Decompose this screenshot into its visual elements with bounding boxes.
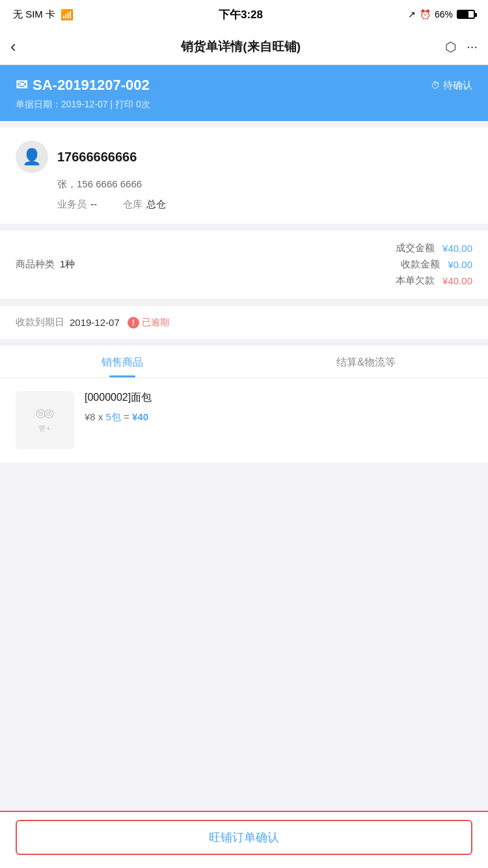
warehouse-detail: 仓库 总仓 <box>123 198 166 211</box>
status-bar-right: ↗ ⏰ 66% <box>408 9 475 20</box>
nav-actions: ⬡ ··· <box>445 39 478 55</box>
owl-logo-svg <box>29 407 61 422</box>
customer-row: 👤 17666666666 <box>16 141 472 173</box>
confirm-btn-container: 旺铺订单确认 <box>0 811 488 868</box>
order-separator: | <box>108 99 115 109</box>
order-envelope-icon: ✉ <box>16 77 27 94</box>
bottom-area <box>0 463 488 593</box>
order-status: 待确认 <box>443 79 472 92</box>
customer-details: 业务员 -- 仓库 总仓 <box>57 198 472 211</box>
svg-point-5 <box>48 413 50 415</box>
owed-amount-label: 本单欠款 <box>396 275 435 287</box>
warehouse-value: 总仓 <box>146 198 166 211</box>
product-name: [0000002]面包 <box>85 391 472 405</box>
tabs-section: 销售商品 结算&物流等 <box>0 346 488 378</box>
svg-line-7 <box>38 411 40 412</box>
received-amount-label: 收款金额 <box>401 258 440 271</box>
product-section: 管+ [0000002]面包 ¥8 x 5包 = ¥40 <box>0 378 488 463</box>
order-id: ✉ SA-20191207-002 <box>16 77 150 94</box>
product-price: ¥8 x <box>85 411 106 422</box>
share-button[interactable]: ⬡ <box>445 39 456 55</box>
more-button[interactable]: ··· <box>467 39 478 54</box>
amounts-right: 成交金额 ¥40.00 收款金额 ¥0.00 本单欠款 ¥40.00 <box>396 242 472 287</box>
due-date-value: 2019-12-07 <box>70 317 120 328</box>
alarm-icon: ⏰ <box>420 9 431 20</box>
deal-amount-value: ¥40.00 <box>442 243 472 254</box>
warehouse-label: 仓库 <box>123 198 142 211</box>
salesperson-detail: 业务员 -- <box>57 198 97 211</box>
clock-icon: ⏱ <box>431 80 440 90</box>
tabs-header: 销售商品 结算&物流等 <box>0 346 488 378</box>
status-badge: ⏱ 待确认 <box>431 79 472 92</box>
product-total: ¥40 <box>132 411 148 422</box>
salesperson-label: 业务员 <box>57 198 87 211</box>
amounts-section: 商品种类 1种 成交金额 ¥40.00 收款金额 ¥0.00 本单欠款 ¥40.… <box>0 230 488 299</box>
product-types-label: 商品种类 <box>16 258 55 271</box>
order-header: ✉ SA-20191207-002 ⏱ 待确认 单据日期：2019-12-07 … <box>0 65 488 121</box>
customer-name: 张，156 6666 6666 <box>57 178 472 191</box>
battery-icon <box>457 10 475 19</box>
order-date: 2019-12-07 <box>61 99 108 109</box>
confirm-order-button[interactable]: 旺铺订单确认 <box>16 820 472 855</box>
product-types: 商品种类 1种 <box>16 242 383 287</box>
svg-point-4 <box>40 413 42 415</box>
status-bar: 无 SIM 卡 📶 下午3:28 ↗ ⏰ 66% <box>0 0 488 29</box>
order-print-label: 打印 <box>115 99 133 109</box>
order-print-suffix: 次 <box>141 99 150 109</box>
product-item: 管+ [0000002]面包 ¥8 x 5包 = ¥40 <box>16 391 472 450</box>
avatar: 👤 <box>16 141 48 173</box>
back-button[interactable]: ‹ <box>10 36 36 57</box>
amount-row-deal: 成交金额 ¥40.00 <box>396 242 472 254</box>
deal-amount-label: 成交金额 <box>396 242 435 254</box>
battery-percent: 66% <box>435 9 453 20</box>
avatar-icon: 👤 <box>22 148 42 166</box>
customer-section: 👤 17666666666 张，156 6666 6666 业务员 -- 仓库 … <box>0 128 488 224</box>
order-date-label: 单据日期： <box>16 99 61 109</box>
location-icon: ↗ <box>408 9 416 20</box>
nav-bar: ‹ 销货单详情(来自旺铺) ⬡ ··· <box>0 29 488 65</box>
product-calc: ¥8 x 5包 = ¥40 <box>85 411 472 424</box>
salesperson-value: -- <box>90 198 97 211</box>
logo-text-label: 管+ <box>38 424 51 433</box>
customer-phone: 17666666666 <box>57 150 137 165</box>
owed-amount-value: ¥40.00 <box>442 275 472 286</box>
warning-icon: ! <box>128 317 139 329</box>
tab-settlement[interactable]: 结算&物流等 <box>244 346 488 377</box>
product-qty: 5包 <box>106 411 121 422</box>
order-meta: 单据日期：2019-12-07 | 打印 0次 <box>16 99 472 111</box>
product-thumbnail: 管+ <box>16 391 74 450</box>
status-bar-time: 下午3:28 <box>219 7 263 22</box>
order-header-top: ✉ SA-20191207-002 ⏱ 待确认 <box>16 77 472 94</box>
amount-row-received: 收款金额 ¥0.00 <box>401 258 472 271</box>
overdue-text: 已逾期 <box>142 317 169 329</box>
due-date-section: 收款到期日 2019-12-07 ! 已逾期 <box>0 305 488 339</box>
status-bar-left: 无 SIM 卡 📶 <box>13 8 74 21</box>
product-types-value: 1种 <box>60 258 75 271</box>
product-logo: 管+ <box>25 407 64 433</box>
order-print-count: 0 <box>136 99 141 109</box>
amount-row-owed: 本单欠款 ¥40.00 <box>396 275 472 287</box>
svg-line-8 <box>51 411 53 412</box>
product-equals: = <box>121 411 132 422</box>
due-date-label: 收款到期日 <box>16 316 64 329</box>
page-title: 销货单详情(来自旺铺) <box>181 38 301 55</box>
tab-products[interactable]: 销售商品 <box>0 346 244 377</box>
product-info: [0000002]面包 ¥8 x 5包 = ¥40 <box>85 391 472 424</box>
wifi-icon: 📶 <box>61 8 74 21</box>
overdue-badge: ! 已逾期 <box>128 317 169 329</box>
carrier-label: 无 SIM 卡 <box>13 8 55 21</box>
received-amount-value: ¥0.00 <box>448 259 472 270</box>
